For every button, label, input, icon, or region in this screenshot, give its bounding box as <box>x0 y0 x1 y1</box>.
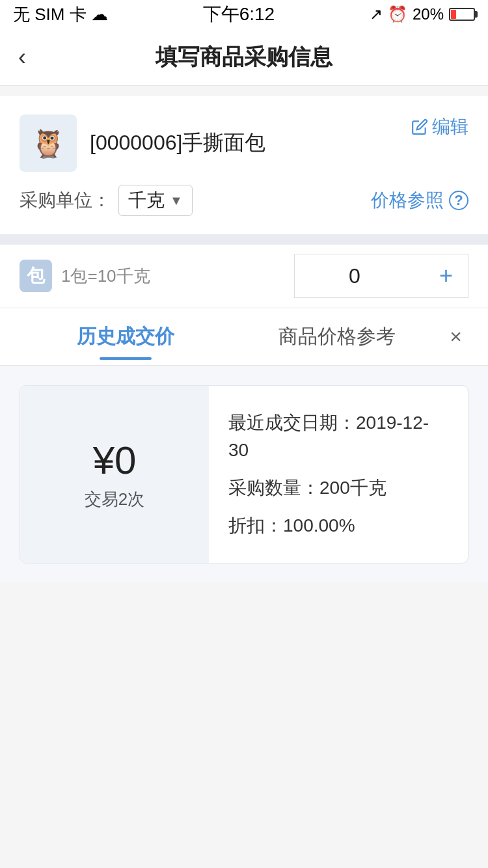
info-icon: ? <box>449 191 468 210</box>
tab-close-button[interactable]: × <box>443 318 468 355</box>
unit-selector[interactable]: 千克 ▼ <box>118 185 193 216</box>
product-header: 🦉 [0000006]手撕面包 编辑 <box>20 115 468 172</box>
unit-label: 采购单位： <box>20 188 111 213</box>
status-right: ↗ ⏰ 20% <box>370 5 475 23</box>
recent-date-label: 最近成交日期： <box>228 413 356 433</box>
section-divider <box>0 234 488 245</box>
status-time: 下午6:12 <box>203 2 275 27</box>
quantity-plus-button[interactable]: + <box>424 254 468 298</box>
edit-label: 编辑 <box>432 115 468 139</box>
price-ref-label: 价格参照 <box>371 188 444 213</box>
discount-label: 折扣： <box>228 515 283 536</box>
discount-value: 100.00% <box>283 515 355 536</box>
price-display: ¥0 <box>93 438 137 483</box>
product-name: [0000006]手撕面包 <box>90 129 265 157</box>
price-card-right: 最近成交日期：2019-12-30 采购数量：200千克 折扣：100.00% <box>209 386 468 563</box>
product-logo-icon: 🦉 <box>31 128 65 159</box>
price-value: 0 <box>115 439 136 482</box>
nav-bar: ‹ 填写商品采购信息 <box>0 29 488 86</box>
trade-count: 交易2次 <box>85 488 144 511</box>
signal-text: 无 SIM 卡 ☁ <box>13 3 108 26</box>
battery-icon <box>449 8 475 21</box>
location-icon: ↗ <box>370 5 383 23</box>
chevron-down-icon: ▼ <box>170 193 183 208</box>
tab-bar: 历史成交价 商品价格参考 × <box>0 308 488 366</box>
status-left: 无 SIM 卡 ☁ <box>13 3 108 26</box>
product-unit-row: 采购单位： 千克 ▼ 价格参照 ? <box>20 185 468 216</box>
purchase-qty-label: 采购数量： <box>228 478 319 498</box>
unit-value: 千克 <box>128 188 165 213</box>
unit-badge: 包 <box>20 260 52 292</box>
tab-history-price[interactable]: 历史成交价 <box>20 314 232 359</box>
currency-symbol: ¥ <box>93 439 115 482</box>
battery-percent: 20% <box>413 5 444 23</box>
price-ref-button[interactable]: 价格参照 ? <box>371 188 468 213</box>
panel-section: 历史成交价 商品价格参考 × ¥0 交易2次 最近成交日期：2019-12-30… <box>0 308 488 583</box>
product-left: 🦉 [0000006]手撕面包 <box>20 115 265 172</box>
product-section: 🦉 [0000006]手撕面包 编辑 采购单位： 千克 ▼ 价格参照 ? <box>0 96 488 234</box>
quantity-section: 包 1包=10千克 + <box>0 245 488 307</box>
alarm-icon: ⏰ <box>388 5 407 23</box>
qty-conversion: 1包=10千克 <box>61 265 150 288</box>
edit-button[interactable]: 编辑 <box>411 115 468 139</box>
price-card-left: ¥0 交易2次 <box>20 386 209 563</box>
panel-content: ¥0 交易2次 最近成交日期：2019-12-30 采购数量：200千克 折扣：… <box>0 366 488 583</box>
unit-left: 采购单位： 千克 ▼ <box>20 185 193 216</box>
product-image: 🦉 <box>20 115 77 172</box>
page-title: 填写商品采购信息 <box>156 42 332 72</box>
purchase-qty-row: 采购数量：200千克 <box>228 474 448 502</box>
status-bar: 无 SIM 卡 ☁ 下午6:12 ↗ ⏰ 20% <box>0 0 488 29</box>
discount-row: 折扣：100.00% <box>228 512 448 539</box>
edit-icon <box>411 118 428 135</box>
back-button[interactable]: ‹ <box>18 44 26 71</box>
tab-product-price-ref[interactable]: 商品价格参考 <box>232 314 444 359</box>
price-card: ¥0 交易2次 最近成交日期：2019-12-30 采购数量：200千克 折扣：… <box>20 385 468 563</box>
qty-input-group: + <box>294 254 468 298</box>
bottom-space <box>0 583 488 868</box>
recent-date-row: 最近成交日期：2019-12-30 <box>228 409 448 464</box>
purchase-qty-value: 200千克 <box>319 478 386 498</box>
quantity-label-group: 包 1包=10千克 <box>20 260 150 292</box>
quantity-input[interactable] <box>294 254 424 298</box>
